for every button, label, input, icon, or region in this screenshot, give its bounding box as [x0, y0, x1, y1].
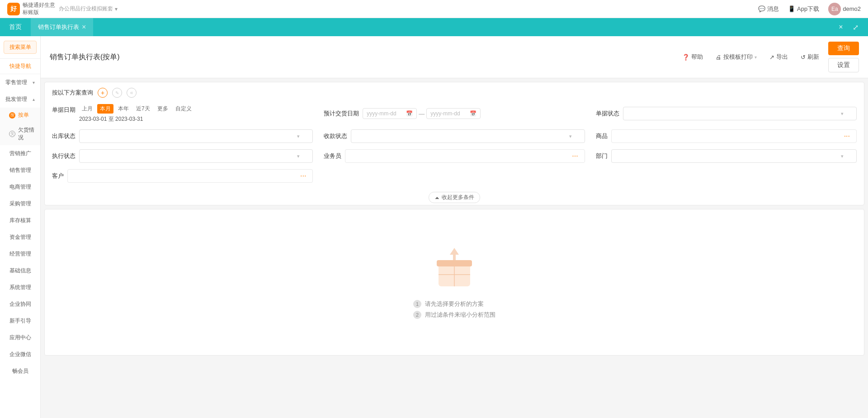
empty-hint-2: 2 用过滤条件来缩小分析范围: [413, 311, 495, 319]
app-download-button[interactable]: 📱 App下载: [788, 5, 819, 13]
empty-illustration: [429, 246, 479, 291]
date-tab-last-month[interactable]: 上月: [79, 104, 95, 114]
collapse-button[interactable]: ⏶ 收起更多条件: [429, 192, 480, 203]
sidebar-item-ecommerce[interactable]: 电商管理: [0, 179, 40, 195]
message-button[interactable]: 💬 消息: [758, 5, 779, 13]
logo-text: 畅捷通好生意 标账版: [23, 2, 55, 16]
top-bar-left: 好 畅捷通好生意 标账版 办公用品行业模拟账套 ▾: [7, 2, 118, 16]
user-menu[interactable]: Ea demo2: [828, 3, 861, 15]
tab-maximize-icon[interactable]: ⤢: [850, 22, 861, 33]
salesman-dots-icon[interactable]: ···: [570, 152, 580, 160]
print-button[interactable]: 🖨 按模板打印 ▾: [712, 51, 760, 63]
filter-exec-status-item: 执行状态 ▾: [52, 149, 313, 163]
goods-input[interactable]: ···: [611, 129, 857, 143]
filter-salesman-item: 业务员 ···: [324, 149, 585, 163]
sidebar-item-appstore[interactable]: 应用中心: [0, 329, 40, 346]
sidebar-item-wholesale[interactable]: 批发管理 ▴: [0, 91, 40, 108]
sidebar: 搜索菜单 快捷导航 零售管理 ▾ 批发管理 ▴ 按 按单 欠 欠货情况: [0, 36, 41, 418]
expected-date-to[interactable]: yyyy-mm-dd 📅: [426, 108, 481, 119]
goods-dots-icon[interactable]: ···: [842, 132, 852, 140]
quick-nav-section: 快捷导航: [0, 59, 40, 74]
goods-label: 商品: [596, 132, 608, 140]
salesman-input[interactable]: ···: [345, 149, 585, 163]
filter-row-1: 单据日期 上月 本月 本年 近7天 更多 自定义 2023-03-01 至 20…: [52, 104, 857, 123]
order-dot-icon: 按: [9, 112, 15, 119]
search-menu-button[interactable]: 搜索菜单: [4, 41, 37, 54]
tab-bar: 首页 销售订单执行表 × × ⤢: [0, 18, 868, 36]
sidebar-sub-item-order[interactable]: 按 按单: [0, 108, 40, 123]
filter-out-status-item: 出库状态 ▾: [52, 129, 313, 143]
date-control: 上月 本月 本年 近7天 更多 自定义 2023-03-01 至 2023-03…: [79, 104, 313, 123]
sidebar-item-basic[interactable]: 基础信息: [0, 262, 40, 279]
filter-payment-status-item: 收款状态 ▾: [324, 129, 585, 143]
sidebar-item-finance[interactable]: 资金管理: [0, 229, 40, 246]
tab-close-icon[interactable]: ×: [82, 24, 86, 31]
export-button[interactable]: ↗ 导出: [766, 51, 792, 63]
sidebar-item-purchase[interactable]: 采购管理: [0, 195, 40, 212]
sidebar-item-newbie[interactable]: 新手引导: [0, 313, 40, 329]
top-bar: 好 畅捷通好生意 标账版 办公用品行业模拟账套 ▾ 💬 消息 📱 App下载 E…: [0, 0, 868, 18]
app-download-icon: 📱: [788, 5, 795, 12]
page-actions: ❓ 帮助 🖨 按模板打印 ▾ ↗ 导出 ↺ 刷新 查询: [679, 42, 859, 72]
add-scheme-button[interactable]: +: [98, 88, 108, 98]
edit-scheme-icon: ✎: [115, 90, 119, 95]
sidebar-item-member[interactable]: 畅会员: [0, 363, 40, 380]
status-select[interactable]: ▾: [623, 107, 857, 120]
app-selector[interactable]: 办公用品行业模拟账套 ▾: [59, 5, 118, 13]
tab-home[interactable]: 首页: [0, 18, 31, 36]
sidebar-item-inventory[interactable]: 库存核算: [0, 212, 40, 229]
sidebar-item-operations[interactable]: 经营管理: [0, 246, 40, 262]
tab-sales-order[interactable]: 销售订单执行表 ×: [31, 18, 93, 36]
main-layout: 搜索菜单 快捷导航 零售管理 ▾ 批发管理 ▴ 按 按单 欠 欠货情况: [0, 36, 868, 418]
payment-status-label: 收款状态: [324, 132, 347, 140]
tab-bar-actions: × ⤢: [835, 22, 868, 33]
expected-date-inputs: yyyy-mm-dd 📅 — yyyy-mm-dd 📅: [363, 108, 585, 119]
date-tab-custom[interactable]: 自定义: [173, 104, 194, 114]
sidebar-item-marketing[interactable]: 营销推广: [0, 145, 40, 162]
collapse-chevron-icon: ⏶: [434, 195, 440, 201]
date-tab-7days[interactable]: 近7天: [133, 104, 153, 114]
payment-status-arrow-icon: ▾: [569, 133, 572, 139]
payment-status-select[interactable]: ▾: [351, 129, 585, 143]
sidebar-item-enterprise[interactable]: 企业协同: [0, 296, 40, 313]
expected-date-from[interactable]: yyyy-mm-dd 📅: [363, 108, 417, 119]
status-select-arrow-icon: ▾: [841, 111, 844, 117]
dept-select[interactable]: ▾: [611, 149, 857, 163]
filter-goods-item: 商品 ···: [596, 129, 857, 143]
sidebar-sub-item-debt[interactable]: 欠 欠货情况: [0, 123, 40, 145]
sidebar-item-sales[interactable]: 销售管理: [0, 162, 40, 179]
filter-scheme-row: 按以下方案查询 + ✎ «: [52, 88, 857, 98]
export-icon: ↗: [769, 54, 774, 61]
search-button[interactable]: 查询: [828, 42, 859, 55]
collapse-scheme-button[interactable]: «: [127, 88, 137, 98]
sidebar-item-retail[interactable]: 零售管理 ▾: [0, 74, 40, 91]
date-tab-this-month[interactable]: 本月: [97, 104, 113, 114]
out-status-select[interactable]: ▾: [79, 129, 313, 143]
out-status-label: 出库状态: [52, 132, 75, 140]
exec-status-select[interactable]: ▾: [79, 149, 313, 163]
sidebar-item-wechat[interactable]: 企业微信: [0, 346, 40, 363]
calendar-from-icon: 📅: [406, 110, 413, 117]
calendar-to-icon: 📅: [470, 110, 476, 117]
refresh-button[interactable]: ↺ 刷新: [797, 51, 823, 63]
collapse-scheme-icon: «: [130, 90, 133, 96]
dept-label: 部门: [596, 152, 608, 160]
settings-button[interactable]: 设置: [828, 58, 859, 72]
debt-dot-icon: 欠: [9, 131, 15, 137]
tab-close-window-icon[interactable]: ×: [835, 22, 846, 33]
retail-arrow-icon: ▾: [33, 80, 35, 85]
out-status-arrow-icon: ▾: [297, 133, 300, 139]
filter-status-item: 单据状态 ▾: [596, 104, 857, 123]
sidebar-item-system[interactable]: 系统管理: [0, 279, 40, 296]
status-label: 单据状态: [596, 109, 619, 118]
date-tab-more[interactable]: 更多: [155, 104, 171, 114]
customer-input[interactable]: ···: [67, 169, 313, 183]
customer-dots-icon[interactable]: ···: [298, 172, 308, 180]
help-button[interactable]: ❓ 帮助: [679, 51, 707, 63]
date-tab-this-year[interactable]: 本年: [115, 104, 132, 114]
sidebar-wholesale-sub: 按 按单 欠 欠货情况: [0, 108, 40, 145]
quick-nav-button[interactable]: 快捷导航: [9, 63, 31, 69]
expected-from-placeholder: yyyy-mm-dd: [367, 110, 396, 117]
filter-panel: 按以下方案查询 + ✎ « 单据日期: [44, 82, 864, 205]
edit-scheme-button[interactable]: ✎: [112, 88, 122, 98]
